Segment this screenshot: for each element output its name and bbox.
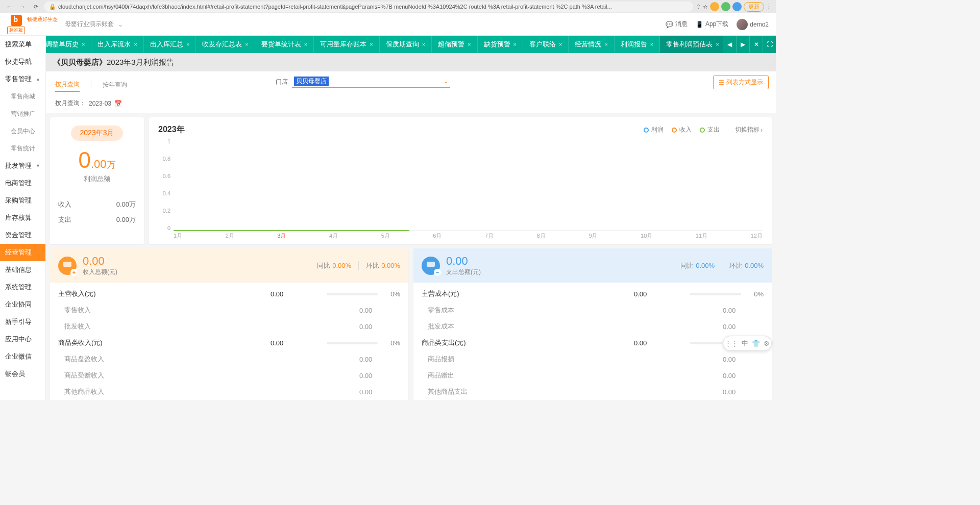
tab-6[interactable]: 可用量库存账本× — [314, 36, 379, 53]
close-icon[interactable]: × — [82, 41, 85, 47]
tab-2[interactable]: 出入库流水× — [91, 36, 143, 53]
tab-close-all[interactable]: ✕ — [749, 36, 763, 53]
tab-9[interactable]: 缺货预警× — [478, 36, 523, 53]
close-icon[interactable]: × — [513, 41, 517, 47]
store-selector[interactable]: 门店 贝贝母婴店 ⌄ — [276, 75, 450, 88]
tab-13[interactable]: 零售利润预估表× — [660, 36, 723, 53]
ime-lang[interactable]: 中 — [742, 339, 748, 348]
x-tick: 4月 — [329, 232, 338, 240]
close-icon[interactable]: × — [245, 41, 248, 47]
sidebar-quicknav[interactable]: 快捷导航 — [0, 53, 45, 70]
stat-row: 商品盘盈收入0.00 — [58, 351, 400, 367]
close-icon[interactable]: × — [468, 41, 471, 47]
list-view-button[interactable]: ☰列表方式显示 — [713, 75, 769, 89]
ext-icon-3[interactable] — [732, 2, 742, 11]
user-menu[interactable]: demo2 — [737, 19, 769, 30]
sidebar-item[interactable]: 经营管理 — [0, 244, 45, 261]
stat-row: 主营成本(元)0.000% — [422, 286, 764, 302]
stat-row: 零售成本0.00 — [422, 302, 764, 318]
close-icon[interactable]: × — [370, 41, 373, 47]
sidebar-group-retail[interactable]: 零售管理▲ — [0, 70, 45, 88]
period-pill: 2023年3月 — [71, 125, 124, 141]
chart-legend: 利润 收入 支出 切换指标› — [644, 125, 763, 134]
tab-scroll-left[interactable]: ◀ — [723, 36, 736, 53]
calendar-icon[interactable]: 📅 — [114, 100, 122, 107]
sidebar-item[interactable]: 库存核算 — [0, 209, 45, 226]
tab-5[interactable]: 要货单统计表× — [255, 36, 314, 53]
ext-icon-2[interactable] — [721, 2, 730, 11]
sidebar-item[interactable]: 新手引导 — [0, 313, 45, 331]
sidebar-item[interactable]: 基础信息 — [0, 261, 45, 279]
tab-by-month[interactable]: 按月查询 — [55, 78, 80, 92]
tab-11[interactable]: 经营情况× — [569, 36, 614, 53]
messages-link[interactable]: 💬消息 — [666, 20, 688, 29]
x-tick: 11月 — [696, 232, 707, 240]
switch-indicator[interactable]: 切换指标› — [735, 125, 763, 134]
tab-scroll-right[interactable]: ▶ — [736, 36, 749, 53]
close-icon[interactable]: × — [304, 41, 307, 47]
ext-icon-1[interactable] — [710, 2, 719, 11]
tab-3[interactable]: 出入库汇总× — [144, 36, 196, 53]
stat-row: 其他商品支出0.00 — [422, 384, 764, 400]
browser-chrome: ← → ⟳ 🔒 cloud.chanjet.com/hsy/0400r74daq… — [0, 0, 776, 13]
summary-row-income: 收入0.00万 — [56, 197, 138, 212]
sidebar-search[interactable]: 搜索菜单 — [0, 36, 45, 53]
ime-widget[interactable]: ⋮⋮ 中 👕 ⚙ — [723, 336, 772, 351]
back-button[interactable]: ← — [4, 2, 14, 12]
close-icon[interactable]: × — [650, 41, 653, 47]
stat-row: 零售收入0.00 — [58, 302, 400, 318]
brand-text: 畅捷通好生意 — [27, 16, 58, 23]
sidebar-item[interactable]: 资金管理 — [0, 226, 45, 244]
sidebar-item[interactable]: 企业协同 — [0, 296, 45, 313]
sidebar-item-retail-mall[interactable]: 零售商城 — [0, 88, 45, 105]
sidebar-item[interactable]: 采购管理 — [0, 192, 45, 209]
sidebar-item[interactable]: 应用中心 — [0, 331, 45, 348]
close-icon[interactable]: × — [422, 41, 425, 47]
sidebar-item-member[interactable]: 会员中心 — [0, 122, 45, 140]
expense-total: 0.00 — [446, 255, 481, 268]
ime-settings-icon[interactable]: ⚙ — [764, 340, 770, 347]
close-icon[interactable]: × — [186, 41, 189, 47]
sidebar-item[interactable]: 系统管理 — [0, 279, 45, 296]
tab-7[interactable]: 保质期查询× — [380, 36, 432, 53]
stat-row: 批发成本0.00 — [422, 318, 764, 335]
forward-button[interactable]: → — [17, 2, 28, 12]
tab-fullscreen[interactable]: ⛶ — [763, 36, 776, 53]
ime-shirt-icon[interactable]: 👕 — [752, 340, 760, 347]
close-icon[interactable]: × — [559, 41, 562, 47]
tab-4[interactable]: 收发存汇总表× — [196, 36, 255, 53]
tab-by-year[interactable]: 按年查询 — [103, 79, 127, 91]
stat-row: 批发收入0.00 — [58, 318, 400, 335]
account-selector[interactable]: 母婴行业演示账套 ⌄ — [65, 20, 123, 29]
share-icon[interactable]: ⇪ — [696, 4, 701, 10]
sidebar-item-marketing[interactable]: 营销推广 — [0, 105, 45, 122]
sidebar-item[interactable]: 畅会员 — [0, 365, 45, 383]
close-icon[interactable]: × — [604, 41, 607, 47]
sidebar-item-retail-stats[interactable]: 零售统计 — [0, 140, 45, 157]
tab-8[interactable]: 超储预警× — [432, 36, 477, 53]
update-button[interactable]: 更新 — [744, 2, 764, 12]
x-tick: 12月 — [751, 232, 763, 240]
income-card: + 0.00 收入总额(元) 同比0.00% 环比0.00% 主营收入(元)0.… — [50, 248, 408, 400]
chart-panel: 2023年 利润 收入 支出 切换指标› 10.80.60.40.20 1月2月… — [149, 117, 772, 244]
tab-10[interactable]: 客户联络× — [523, 36, 569, 53]
app-download-link[interactable]: 📱App下载 — [696, 20, 728, 29]
x-tick: 1月 — [174, 232, 182, 240]
legend-expense[interactable]: 支出 — [700, 125, 720, 134]
tab-12[interactable]: 利润报告× — [615, 36, 660, 53]
reload-button[interactable]: ⟳ — [31, 2, 41, 12]
star-icon[interactable]: ☆ — [703, 4, 708, 10]
x-tick: 9月 — [589, 232, 597, 240]
sidebar-group-wholesale[interactable]: 批发管理▼ — [0, 157, 45, 174]
sidebar-item[interactable]: 电商管理 — [0, 174, 45, 192]
menu-icon[interactable]: ⋮ — [766, 4, 772, 10]
caret-up-icon: ▲ — [36, 77, 40, 82]
close-icon[interactable]: × — [716, 41, 719, 47]
sidebar-item[interactable]: 企业微信 — [0, 348, 45, 365]
url-bar[interactable]: 🔒 cloud.chanjet.com/hsy/0400r74daqxh/lof… — [44, 2, 693, 12]
close-icon[interactable]: × — [134, 41, 137, 47]
legend-income[interactable]: 收入 — [672, 125, 692, 134]
legend-profit[interactable]: 利润 — [644, 125, 664, 134]
logo[interactable]: 标准版 — [7, 15, 25, 34]
chart-plot — [174, 138, 763, 231]
